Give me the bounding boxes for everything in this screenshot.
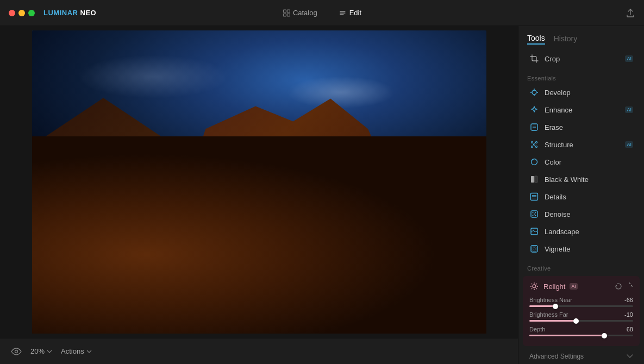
develop-icon	[529, 87, 539, 97]
chevron-down-icon	[627, 354, 633, 359]
depth-value: 68	[627, 326, 633, 332]
share-button[interactable]	[626, 8, 635, 18]
advanced-settings-label: Advanced Settings	[529, 353, 584, 360]
crop-icon	[529, 54, 539, 64]
relight-undo-button[interactable]	[626, 283, 633, 290]
svg-point-16	[536, 142, 537, 143]
right-panel: Tools History Crop AI Essentials	[518, 26, 644, 364]
svg-point-15	[532, 142, 533, 143]
color-tool-item[interactable]: Color	[521, 153, 642, 171]
close-button[interactable]	[9, 10, 15, 16]
structure-badge: AI	[625, 141, 633, 148]
structure-tool-item[interactable]: Structure AI	[521, 136, 642, 153]
mountain-left	[32, 91, 236, 228]
svg-point-29	[535, 212, 536, 214]
relight-panel: Relight AI	[523, 276, 640, 346]
details-label: Details	[545, 193, 633, 201]
vignette-icon	[529, 244, 539, 254]
cloud-right	[286, 76, 395, 109]
brightness-far-thumb[interactable]	[573, 318, 579, 324]
tools-tab[interactable]: Tools	[527, 34, 545, 45]
creative-label: Creative	[518, 262, 644, 274]
svg-rect-3	[287, 14, 290, 16]
zoom-control[interactable]: 20%	[30, 347, 52, 355]
svg-point-20	[532, 159, 537, 165]
bottom-bar: 20% Actions	[0, 338, 518, 364]
depth-name: Depth	[529, 326, 545, 332]
develop-label: Develop	[545, 89, 633, 97]
mountain-right	[168, 91, 418, 243]
svg-point-8	[532, 90, 536, 95]
svg-point-17	[532, 146, 533, 148]
brightness-near-thumb[interactable]	[553, 304, 558, 309]
relight-badge: AI	[570, 283, 578, 290]
enhance-label: Enhance	[545, 106, 620, 114]
cloud-left	[77, 55, 229, 98]
color-icon	[529, 157, 539, 167]
svg-point-32	[534, 214, 535, 215]
black-white-label: Black & White	[545, 175, 633, 184]
structure-icon	[529, 140, 539, 149]
erase-label: Erase	[545, 123, 633, 131]
depth-thumb[interactable]	[602, 333, 607, 338]
image-container	[0, 26, 518, 338]
crop-badge: AI	[625, 55, 633, 62]
landscape-tool-item[interactable]: Landscape	[521, 223, 642, 240]
landscape-icon	[529, 227, 539, 236]
svg-point-18	[536, 146, 537, 148]
brightness-far-track[interactable]	[529, 320, 633, 322]
main-area: 20% Actions Tools History Crop AI	[0, 26, 644, 364]
details-tool-item[interactable]: Details	[521, 188, 642, 205]
landscape-label: Landscape	[545, 228, 633, 236]
titlebar: LUMINAR NEO Catalog Edit	[0, 0, 644, 26]
svg-rect-22	[535, 176, 538, 183]
actions-button[interactable]: Actions	[61, 347, 92, 355]
denoise-icon	[529, 209, 539, 219]
relight-reset-button[interactable]	[615, 283, 622, 290]
history-tab[interactable]: History	[554, 34, 578, 44]
relight-title-group: Relight AI	[529, 281, 578, 291]
svg-rect-0	[283, 10, 286, 12]
structure-label: Structure	[545, 141, 620, 149]
brightness-far-value: -10	[624, 311, 633, 318]
enhance-tool-item[interactable]: Enhance AI	[521, 101, 642, 118]
svg-point-28	[533, 212, 534, 214]
brightness-far-name: Brightness Far	[529, 311, 568, 318]
vignette-label: Vignette	[545, 245, 633, 253]
relight-actions	[615, 283, 633, 290]
maximize-button[interactable]	[28, 10, 35, 16]
advanced-settings-row[interactable]: Advanced Settings	[523, 348, 640, 364]
svg-line-44	[536, 284, 537, 284]
essentials-label: Essentials	[518, 72, 644, 84]
denoise-tool-item[interactable]: Denoise	[521, 205, 642, 223]
titlebar-nav: Catalog Edit	[278, 7, 366, 19]
canvas-area: 20% Actions	[0, 26, 518, 364]
brightness-near-name: Brightness Near	[529, 297, 572, 303]
erase-tool-item[interactable]: Erase	[521, 118, 642, 136]
minimize-button[interactable]	[18, 10, 25, 16]
svg-rect-2	[283, 14, 286, 16]
brightness-near-track[interactable]	[529, 305, 633, 307]
black-white-tool-item[interactable]: Black & White	[521, 171, 642, 188]
svg-rect-1	[287, 10, 290, 12]
edit-nav-btn[interactable]: Edit	[335, 7, 366, 19]
svg-point-31	[535, 215, 536, 216]
relight-title: Relight	[543, 283, 565, 291]
svg-point-35	[532, 246, 537, 252]
black-white-icon	[529, 174, 539, 184]
visibility-icon[interactable]	[11, 348, 22, 355]
details-icon	[529, 192, 539, 202]
svg-point-19	[534, 144, 535, 146]
svg-line-45	[532, 288, 532, 289]
brightness-far-slider: Brightness Far -10	[529, 311, 633, 322]
brightness-near-value: -66	[624, 297, 633, 303]
depth-track[interactable]	[529, 335, 633, 336]
depth-labels: Depth 68	[529, 326, 633, 332]
catalog-nav-btn[interactable]: Catalog	[278, 7, 322, 19]
brightness-near-labels: Brightness Near -66	[529, 297, 633, 303]
develop-tool-item[interactable]: Develop	[521, 84, 642, 101]
crop-tool-item[interactable]: Crop AI	[521, 50, 642, 67]
erase-icon	[529, 122, 539, 132]
svg-rect-34	[531, 246, 537, 252]
vignette-tool-item[interactable]: Vignette	[521, 240, 642, 258]
